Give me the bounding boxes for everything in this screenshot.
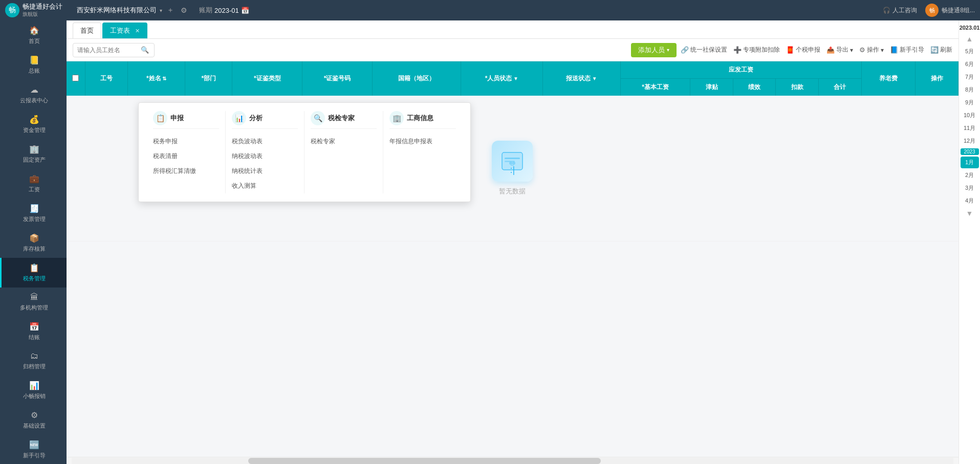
sidebar-item-guide[interactable]: 🆕 新手引导: [0, 435, 67, 464]
tab-home-label: 首页: [80, 27, 94, 34]
service-label: 人工咨询: [892, 6, 917, 15]
sidebar-item-ledger[interactable]: 📒 总账: [0, 50, 67, 80]
logo-area: 畅 畅捷通好会计 旗舰版: [5, 3, 72, 18]
service-button[interactable]: 🎧 人工咨询: [883, 6, 917, 15]
sidebar-item-cloud-report[interactable]: ☁ 云报表中心: [0, 80, 67, 109]
select-all-checkbox[interactable]: [72, 75, 79, 81]
cal-month-1[interactable]: 1月: [961, 157, 979, 168]
col-nation: 国籍（地区）: [372, 61, 461, 96]
col-report-status[interactable]: 报送状态: [542, 61, 620, 96]
refresh-btn[interactable]: 🔄 刷新: [930, 46, 952, 54]
sidebar-item-close[interactable]: 📅 结账: [0, 317, 67, 346]
sidebar-item-invoice[interactable]: 🧾 发票管理: [0, 198, 67, 228]
assets-icon: 🏢: [29, 144, 39, 154]
sidebar-label-archive: 归档管理: [23, 363, 46, 370]
company-dropdown-icon[interactable]: ▾: [160, 8, 162, 13]
cal-month-3[interactable]: 3月: [961, 182, 979, 194]
salary-icon: 💼: [29, 174, 39, 184]
menu-item-tax-stats[interactable]: 纳税统计表: [232, 164, 298, 179]
cal-month-12[interactable]: 12月: [961, 135, 979, 147]
cal-month-2[interactable]: 2月: [961, 169, 979, 181]
unified-insurance-btn[interactable]: 🔗 统一社保设置: [681, 46, 727, 54]
search-input-wrap[interactable]: 🔍: [73, 43, 155, 57]
company-settings-icon[interactable]: ⚙: [179, 5, 189, 15]
special-deduction-btn[interactable]: ➕ 专项附加扣除: [733, 46, 780, 54]
horizontal-scrollbar[interactable]: [72, 458, 953, 464]
personal-tax-icon: 🧧: [786, 46, 794, 54]
menu-item-income-tax-calc[interactable]: 所得税汇算清缴: [153, 164, 219, 179]
menu-item-income-forecast[interactable]: 收入测算: [232, 179, 298, 193]
sidebar-item-multi-org[interactable]: 🏛 多机构管理: [0, 288, 67, 317]
menu-item-tax-expert[interactable]: 税检专家: [311, 134, 377, 149]
cal-nav-down-btn[interactable]: ▼: [963, 208, 976, 218]
cal-month-7[interactable]: 7月: [961, 71, 979, 83]
analysis-section-icon: 📊: [232, 111, 246, 125]
cal-year-2023: 2023: [961, 148, 979, 155]
sidebar-item-inventory[interactable]: 📦 库存核算: [0, 228, 67, 258]
tab-home[interactable]: 首页: [73, 23, 101, 38]
cal-month-5[interactable]: 5月: [961, 46, 979, 57]
sidebar-item-settings[interactable]: ⚙ 基础设置: [0, 405, 67, 435]
fund-icon: 💰: [29, 115, 39, 124]
search-input[interactable]: [77, 47, 139, 54]
sidebar-label-report: 小畅报销: [23, 392, 46, 400]
export-btn[interactable]: 📤 导出 ▾: [826, 46, 853, 54]
tab-salary-sheet-label: 工资表: [110, 27, 130, 34]
tab-close-icon[interactable]: ✕: [135, 28, 140, 34]
sidebar-label-close: 结账: [29, 334, 40, 341]
sidebar-item-salary[interactable]: 💼 工资: [0, 169, 67, 198]
add-company-icon[interactable]: ＋: [165, 5, 176, 15]
period-value: 2023-01: [214, 7, 239, 14]
add-person-button[interactable]: 添加人员 ▾: [631, 43, 677, 57]
refresh-icon: 🔄: [930, 46, 939, 54]
col-person-status[interactable]: *人员状态: [461, 61, 542, 96]
col-department: *部门: [185, 61, 232, 96]
sidebar-item-tax[interactable]: 📋 税务管理: [0, 258, 67, 288]
svg-rect-1: [505, 158, 520, 159]
popup-section-tax-expert: 🔍 税检专家 税检专家: [304, 111, 383, 193]
main-layout: 🏠 首页 📒 总账 ☁ 云报表中心 💰 资金管理 🏢 固定资产 💼 工资 🧾 发…: [0, 20, 980, 464]
col-allowance: 津贴: [690, 79, 733, 96]
special-deduction-label: 专项附加扣除: [743, 46, 780, 54]
user-avatar: 畅: [925, 4, 939, 17]
business-info-section-icon: 🏢: [389, 111, 404, 125]
period-area: 账期 2023-01 📅: [199, 6, 249, 15]
cal-month-6[interactable]: 6月: [961, 58, 979, 70]
cal-month-11[interactable]: 11月: [961, 122, 979, 134]
operations-btn[interactable]: ⚙ 操作 ▾: [859, 46, 884, 54]
cal-month-8[interactable]: 8月: [961, 84, 979, 96]
user-name: 畅捷通8组...: [942, 6, 975, 15]
invoice-icon: 🧾: [29, 204, 39, 213]
col-name[interactable]: *姓名: [128, 61, 185, 96]
col-checkbox[interactable]: [67, 61, 85, 96]
multi-org-icon: 🏛: [30, 293, 38, 302]
user-area[interactable]: 畅 畅捷通8组...: [925, 4, 975, 17]
menu-item-annual-report[interactable]: 年报信息申报表: [389, 134, 456, 149]
personal-tax-label: 个税申报: [796, 46, 820, 54]
special-deduction-icon: ➕: [733, 46, 742, 54]
cal-month-9[interactable]: 9月: [961, 97, 979, 108]
guide-btn[interactable]: 📘 新手引导: [890, 46, 924, 54]
sidebar-label-home: 首页: [29, 37, 40, 45]
report-icon: 📊: [29, 381, 39, 390]
cal-month-4[interactable]: 4月: [961, 195, 979, 207]
tab-salary-sheet[interactable]: 工资表 ✕: [102, 23, 147, 38]
sidebar-item-home[interactable]: 🏠 首页: [0, 20, 67, 50]
cal-nav-up-btn[interactable]: ▲: [963, 34, 976, 44]
period-calendar-icon[interactable]: 📅: [241, 7, 249, 14]
sidebar-item-assets[interactable]: 🏢 固定资产: [0, 139, 67, 169]
cal-header: 2023.01: [959, 23, 980, 33]
menu-item-tax-dynamic[interactable]: 纳税波动表: [232, 149, 298, 164]
menu-item-tax-declare[interactable]: 税务申报: [153, 134, 219, 149]
sidebar-item-archive[interactable]: 🗂 归档管理: [0, 346, 67, 375]
cal-month-10[interactable]: 10月: [961, 109, 979, 121]
menu-item-tax-table[interactable]: 税表清册: [153, 149, 219, 164]
popup-section-header-business-info: 🏢 工商信息: [389, 111, 456, 129]
operations-label: 操作: [867, 46, 879, 54]
sidebar-item-fund[interactable]: 💰 资金管理: [0, 109, 67, 139]
popup-section-business-info: 🏢 工商信息 年报信息申报表: [383, 111, 462, 193]
sidebar-item-report[interactable]: 📊 小畅报销: [0, 375, 67, 405]
personal-tax-btn[interactable]: 🧧 个税申报: [786, 46, 820, 54]
menu-item-tax-burden[interactable]: 税负波动表: [232, 134, 298, 149]
tax-menu-dropdown: 📋 申报 税务申报 税表清册 所得税汇算清缴 📊 分析 税负波动表: [138, 102, 471, 202]
